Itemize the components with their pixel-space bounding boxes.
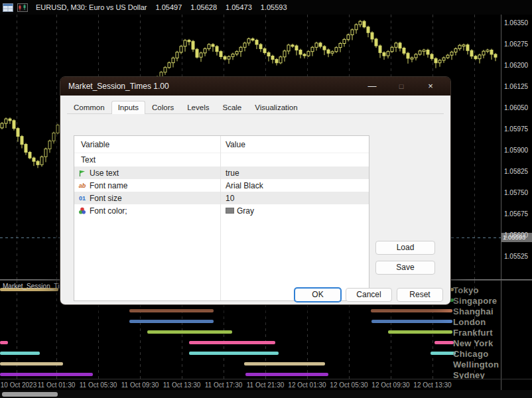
session-bar — [244, 362, 325, 365]
column-header-value: Value — [226, 140, 245, 149]
time-axis[interactable]: 10 Oct 202311 Oct 01:3011 Oct 05:3011 Oc… — [0, 379, 532, 390]
price-label: 1.05825 — [504, 168, 528, 175]
reset-button[interactable]: Reset — [397, 288, 443, 302]
param-row[interactable]: abFont nameArial Black — [74, 179, 369, 192]
price-scale[interactable]: 1.05593 1.063501.062751.062001.061251.06… — [501, 15, 532, 390]
price-label: 1.05975 — [504, 125, 528, 133]
param-value[interactable]: 10 — [226, 194, 234, 203]
price-label: 1.05675 — [504, 210, 528, 218]
bool-input-icon — [78, 169, 87, 177]
param-name: Font name — [90, 181, 127, 190]
window-menu-icon[interactable] — [3, 3, 13, 12]
param-value-text: 10 — [226, 194, 234, 203]
session-row: Wellington — [0, 359, 501, 369]
tab-visualization[interactable]: Visualization — [248, 101, 304, 113]
session-bar — [147, 330, 232, 334]
session-row: Shanghai — [0, 306, 501, 316]
dialog-titlebar[interactable]: Market_Session_Times 1.00 — □ × — [60, 77, 450, 96]
subwindow-title: Market_Session_Tim — [3, 283, 65, 290]
session-bar — [371, 320, 452, 323]
session-bar — [189, 341, 276, 344]
time-label: 12 Oct 09:30 — [371, 381, 409, 389]
param-value[interactable]: Arial Black — [226, 181, 263, 190]
session-row: Frankfurt — [0, 327, 501, 338]
time-label: 11 Oct 01:30 — [38, 381, 76, 389]
session-bar — [245, 373, 328, 376]
session-row: Sydney — [0, 369, 501, 379]
price-label: 1.06125 — [504, 83, 528, 90]
param-name: Font color; — [90, 206, 127, 216]
city-label-singapore: Singapore — [453, 296, 497, 306]
city-label-tokyo: Tokyo — [453, 285, 479, 295]
ok-button[interactable]: OK — [295, 288, 341, 302]
time-label: 12 Oct 13:30 — [413, 381, 451, 389]
session-bar — [0, 373, 93, 376]
table-rows: Use texttrueabFont nameArial Black01Font… — [74, 166, 369, 217]
city-label-frankfurt: Frankfurt — [453, 328, 493, 338]
tab-colors[interactable]: Colors — [145, 101, 180, 113]
session-bar — [0, 362, 63, 365]
time-label: 11 Oct 17:30 — [205, 381, 243, 389]
session-bar — [129, 309, 214, 312]
price-label: 1.05600 — [504, 232, 528, 239]
metatrader-window: EURUSD, M30: Euro vs US Dollar 1.05497 1… — [0, 0, 532, 398]
tab-common[interactable]: Common — [67, 101, 111, 113]
price-label: 1.06200 — [504, 62, 528, 69]
time-label: 11 Oct 05:30 — [80, 381, 117, 389]
session-bar — [431, 352, 456, 355]
param-value[interactable]: true — [226, 168, 239, 178]
color-swatch — [226, 208, 234, 214]
save-button[interactable]: Save — [375, 261, 435, 275]
time-label: 10 Oct 2023 — [1, 381, 36, 389]
time-label: 11 Oct 21:30 — [247, 381, 285, 389]
cancel-button[interactable]: Cancel — [346, 288, 392, 302]
dialog-title: Market_Session_Times 1.00 — [68, 82, 169, 91]
properties-table[interactable]: Variable Value Text Use texttrueabFont n… — [74, 135, 369, 301]
city-label-new-york: New York — [453, 338, 493, 348]
tab-scale[interactable]: Scale — [216, 101, 248, 113]
column-header-variable: Variable — [81, 140, 109, 149]
tab-inputs[interactable]: Inputs — [111, 101, 145, 114]
price-label: 1.06275 — [504, 40, 528, 48]
city-label-chicago: Chicago — [453, 349, 488, 359]
param-value-text: Gray — [237, 206, 254, 216]
scrollbar-thumb[interactable] — [2, 392, 58, 397]
ohlc-close: 1.05593 — [261, 3, 287, 11]
maximize-button[interactable]: □ — [387, 77, 416, 96]
session-row: Chicago — [0, 348, 501, 359]
close-button[interactable]: × — [416, 77, 445, 96]
session-bar — [434, 341, 454, 344]
city-label-sydney: Sydney — [453, 370, 485, 379]
horizontal-scrollbar[interactable] — [0, 390, 532, 398]
time-label: 11 Oct 09:30 — [121, 381, 159, 389]
symbol-title: EURUSD, M30: Euro vs US Dollar — [36, 3, 147, 11]
ohlc-open: 1.05497 — [156, 3, 182, 11]
load-button[interactable]: Load — [375, 241, 435, 255]
param-value[interactable]: Gray — [226, 206, 254, 216]
color-input-icon — [78, 207, 87, 215]
ohlc-low: 1.05473 — [226, 3, 252, 11]
dialog-body: CommonInputsColorsLevelsScaleVisualizati… — [60, 96, 450, 305]
indicator-settings-dialog: Market_Session_Times 1.00 — □ × CommonIn… — [60, 76, 451, 305]
ohlc-high: 1.05628 — [190, 3, 217, 11]
price-label: 1.05900 — [504, 147, 528, 154]
param-row[interactable]: Use texttrue — [74, 166, 369, 179]
session-bar — [0, 352, 40, 355]
param-name: Font size — [90, 194, 122, 203]
session-bar — [129, 320, 214, 323]
tab-levels[interactable]: Levels — [180, 101, 216, 113]
minimize-button[interactable]: — — [358, 77, 387, 96]
group-row-text: Text — [74, 153, 369, 166]
city-label-wellington: Wellington — [453, 360, 499, 369]
chart-toolbar: EURUSD, M30: Euro vs US Dollar 1.05497 1… — [0, 0, 532, 15]
string-input-icon: ab — [78, 182, 87, 189]
price-label: 1.06050 — [504, 104, 528, 111]
session-bar — [0, 341, 8, 344]
param-value-text: true — [226, 168, 239, 178]
param-row[interactable]: Font color;Gray — [74, 204, 369, 217]
param-row[interactable]: 01Font size10 — [74, 192, 369, 204]
time-label: 11 Oct 13:30 — [163, 381, 201, 389]
chart-type-icon[interactable] — [17, 3, 28, 12]
tab-bar: CommonInputsColorsLevelsScaleVisualizati… — [67, 100, 444, 114]
caption-buttons: — □ × — [358, 77, 445, 96]
